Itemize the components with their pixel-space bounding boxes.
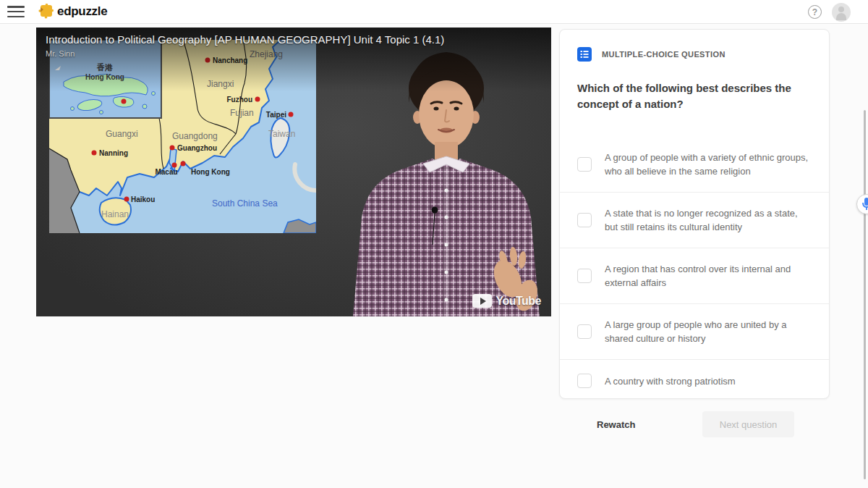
option-text: A group of people with a variety of ethn… — [605, 151, 812, 178]
option-checkbox[interactable] — [577, 213, 592, 227]
map-label: Fujian — [230, 108, 254, 118]
option-checkbox[interactable] — [577, 157, 592, 172]
youtube-watermark[interactable]: YouTube — [472, 294, 541, 308]
question-card: MULTIPLE-CHOICE QUESTION Which of the fo… — [559, 29, 830, 399]
map-label: Nanchang — [213, 56, 247, 64]
map-label: Haikou — [131, 195, 155, 203]
map-label: Hong Kong — [85, 73, 124, 81]
option-checkbox[interactable] — [577, 269, 592, 283]
video-player[interactable]: 香港 Hong Kong Zhejiang Nanchang Jiangxi F… — [36, 28, 551, 316]
answer-option-4[interactable]: A large group of people who are united b… — [560, 303, 829, 359]
microphone-extension-icon[interactable] — [856, 194, 868, 214]
youtube-label: YouTube — [495, 295, 541, 308]
person-icon — [838, 7, 844, 12]
question-type-label: MULTIPLE-CHOICE QUESTION — [602, 50, 726, 59]
multiple-choice-icon — [577, 47, 592, 62]
map-label: Guangzhou — [177, 144, 217, 152]
option-checkbox[interactable] — [577, 324, 592, 339]
hamburger-menu-icon[interactable] — [7, 6, 25, 17]
hong-kong-inset: 香港 Hong Kong — [49, 40, 161, 118]
option-text: A large group of people who are united b… — [605, 318, 812, 345]
topbar: edpuzzle ? — [0, 0, 868, 24]
map-label: Zhejiang — [250, 49, 283, 59]
edpuzzle-logo-icon — [36, 3, 54, 20]
map-label: 香港 — [96, 63, 113, 72]
brand-name: edpuzzle — [57, 4, 107, 19]
map-label: South China Sea — [212, 198, 278, 209]
avatar[interactable] — [832, 3, 851, 22]
option-text: A region that has control over its inter… — [605, 262, 812, 290]
vertical-scrollbar[interactable] — [864, 110, 866, 479]
map-label: Guangxi — [106, 129, 138, 139]
map-label: Macau — [155, 168, 177, 176]
map-label: Taipei — [266, 111, 286, 119]
map-label: Fuzhou — [226, 96, 252, 104]
option-text: A country with strong patriotism — [605, 374, 736, 388]
answer-options: A group of people with a variety of ethn… — [560, 137, 829, 402]
help-icon[interactable]: ? — [808, 5, 822, 19]
map-label: Taiwan — [268, 129, 295, 139]
question-text: Which of the following best describes th… — [577, 80, 812, 112]
answer-option-3[interactable]: A region that has control over its inter… — [560, 248, 829, 303]
china-map-graphic: 香港 Hong Kong Zhejiang Nanchang Jiangxi F… — [49, 40, 316, 233]
map-label: Hong Kong — [191, 168, 230, 176]
rewatch-button[interactable]: Rewatch — [597, 419, 635, 430]
map-label: Jiangxi — [207, 79, 234, 89]
brand[interactable]: edpuzzle — [36, 3, 107, 20]
lapel-microphone — [432, 207, 438, 214]
question-header: MULTIPLE-CHOICE QUESTION — [560, 30, 829, 62]
main-content: 香港 Hong Kong Zhejiang Nanchang Jiangxi F… — [0, 24, 868, 488]
option-text: A state that is no longer recognized as … — [605, 206, 812, 234]
map-label: Nanning — [99, 149, 128, 157]
answer-option-2[interactable]: A state that is no longer recognized as … — [560, 192, 829, 248]
map-label: Guangdong — [172, 131, 218, 141]
next-question-button[interactable]: Next question — [702, 411, 794, 437]
answer-option-1[interactable]: A group of people with a variety of ethn… — [560, 137, 829, 192]
question-actions: Rewatch Next question — [559, 411, 830, 437]
option-checkbox[interactable] — [577, 374, 592, 388]
youtube-play-icon — [472, 294, 492, 308]
answer-option-5[interactable]: A country with strong patriotism — [560, 359, 829, 402]
map-label: Hainan — [101, 209, 129, 219]
